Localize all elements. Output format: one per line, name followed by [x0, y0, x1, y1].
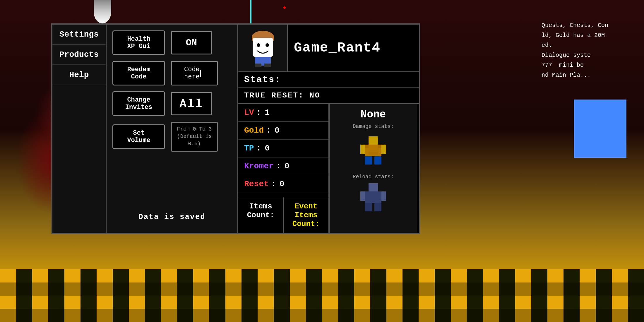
items-row: ItemsCount: Event ItemsCount: — [238, 197, 328, 233]
svg-point-4 — [266, 43, 269, 47]
data-saved-text: Data is saved — [112, 207, 232, 227]
reset-value: 0 — [280, 179, 285, 189]
reedem-code-button[interactable]: ReedemCode — [112, 61, 165, 85]
invites-value[interactable]: All — [171, 92, 212, 115]
ceiling-light — [94, 0, 111, 23]
lv-label: LV — [244, 108, 254, 117]
kromer-colon: : — [276, 162, 281, 171]
true-reset-text: TRUE RESET: NO — [244, 91, 320, 100]
lv-colon: : — [256, 108, 261, 117]
equipment-sprite-2 — [356, 181, 391, 216]
red-dot — [283, 6, 286, 9]
health-xp-gui-row: HealthXP Gui ON — [112, 30, 232, 55]
svg-rect-19 — [360, 191, 365, 201]
floor — [0, 269, 644, 322]
svg-rect-7 — [264, 64, 271, 67]
username: Game_Rant4 — [294, 40, 381, 56]
svg-rect-12 — [365, 156, 372, 165]
reedem-code-row: ReedemCode Codehere — [112, 61, 232, 85]
tp-label: TP — [244, 144, 254, 153]
svg-rect-15 — [378, 145, 381, 148]
stats-label: Stats: — [244, 75, 281, 85]
blue-box — [574, 100, 626, 158]
lv-row: LV : 1 — [238, 104, 328, 122]
change-invites-row: ChangeInvites All — [112, 91, 232, 116]
svg-rect-14 — [365, 145, 369, 148]
set-volume-button[interactable]: SetVolume — [112, 124, 165, 149]
reset-colon: : — [271, 179, 276, 189]
svg-rect-21 — [365, 203, 372, 211]
equipment-sprite — [356, 134, 391, 169]
svg-rect-8 — [369, 136, 378, 145]
kromer-value: 0 — [285, 162, 290, 171]
event-items-col: Event ItemsCount: — [284, 197, 328, 233]
kromer-label: Kromer — [244, 162, 274, 171]
damage-stats-label: Damage stats: — [353, 124, 394, 129]
svg-point-3 — [257, 43, 260, 47]
profile-header: Game_Rant4 — [238, 25, 419, 72]
right-panel-text: Quests, Chests, Con ld, Gold has a 20M e… — [539, 18, 644, 83]
gold-row: Gold : 0 — [238, 122, 328, 140]
equipment-name: None — [361, 109, 386, 121]
gold-colon: : — [266, 126, 271, 135]
stats-left: LV : 1 Gold : 0 TP : 0 Kromer : 0 — [238, 104, 329, 233]
gold-value: 0 — [275, 126, 280, 135]
sidebar-item-products[interactable]: Products — [52, 45, 106, 65]
svg-rect-18 — [365, 191, 381, 203]
sidebar-item-help[interactable]: Help — [52, 65, 106, 85]
svg-rect-22 — [374, 203, 381, 211]
stats-body: LV : 1 Gold : 0 TP : 0 Kromer : 0 — [238, 104, 419, 233]
svg-rect-2 — [253, 38, 273, 57]
health-xp-gui-button[interactable]: HealthXP Gui — [112, 30, 165, 55]
tp-colon: : — [256, 144, 261, 153]
items-label: ItemsCount: — [244, 202, 277, 220]
stats-panel: Game_Rant4 Stats: TRUE RESET: NO LV : 1 … — [238, 25, 419, 233]
username-area: Game_Rant4 — [288, 25, 419, 71]
sidebar: Settings Products Help — [52, 25, 107, 233]
volume-hint: From 0 To 3(Default is0.5) — [171, 122, 218, 152]
sidebar-item-settings[interactable]: Settings — [52, 25, 106, 45]
kromer-row: Kromer : 0 — [238, 157, 328, 175]
avatar-container — [238, 25, 288, 71]
svg-rect-20 — [381, 191, 386, 201]
lv-value: 1 — [265, 108, 270, 117]
code-input[interactable]: Codehere — [171, 61, 218, 85]
reset-row: Reset : 0 — [238, 175, 328, 193]
svg-rect-16 — [369, 152, 378, 155]
svg-rect-6 — [255, 64, 261, 67]
health-xp-gui-toggle[interactable]: ON — [171, 31, 212, 54]
tp-value: 0 — [265, 144, 270, 153]
items-col: ItemsCount: — [238, 197, 284, 233]
reset-label: Reset — [244, 179, 269, 189]
svg-rect-17 — [369, 183, 378, 191]
tp-row: TP : 0 — [238, 140, 328, 157]
svg-rect-10 — [360, 145, 365, 154]
equipment-panel: None Damage stats: — [329, 104, 417, 233]
event-items-label: Event ItemsCount: — [290, 202, 323, 228]
set-volume-row: SetVolume From 0 To 3(Default is0.5) — [112, 122, 232, 152]
middle-panel: HealthXP Gui ON ReedemCode Codehere Chan… — [107, 25, 238, 233]
stats-label-row: Stats: — [238, 72, 419, 88]
true-reset-row: TRUE RESET: NO — [238, 88, 419, 104]
main-panel: Settings Products Help HealthXP Gui ON R… — [51, 23, 420, 234]
change-invites-button[interactable]: ChangeInvites — [112, 91, 165, 116]
avatar — [244, 29, 282, 67]
reload-stats-label: Reload stats: — [353, 174, 394, 180]
svg-rect-13 — [374, 156, 381, 165]
svg-rect-11 — [381, 145, 386, 154]
gold-label: Gold — [244, 126, 264, 135]
